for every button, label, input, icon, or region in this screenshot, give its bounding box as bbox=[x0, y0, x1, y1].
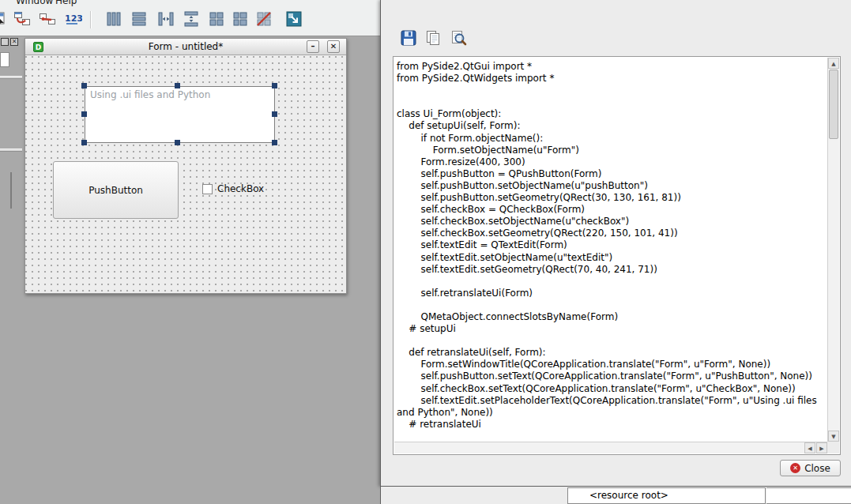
scroll-right-icon[interactable]: ▶ bbox=[816, 442, 827, 453]
code-line: self.pushButton = QPushButton(Form) bbox=[397, 168, 825, 180]
code-line: and Python", None)) bbox=[397, 407, 825, 419]
code-line: # setupUi bbox=[397, 323, 825, 335]
vertical-scrollbar-thumb[interactable] bbox=[829, 70, 838, 139]
close-dialog-icon: ✕ bbox=[790, 463, 800, 473]
widgetbox-filter-input[interactable] bbox=[0, 52, 9, 67]
scroll-left-icon[interactable]: ◀ bbox=[804, 442, 815, 453]
form-window-title: Form - untitled* bbox=[25, 41, 346, 52]
layout-vertical-icon[interactable] bbox=[130, 9, 149, 28]
edit-signals-slots-icon[interactable] bbox=[13, 9, 32, 28]
code-line: self.checkBox.setText(QCoreApplication.t… bbox=[397, 383, 825, 395]
checkbox-label: CheckBox bbox=[217, 183, 264, 194]
code-line: Form.setWindowTitle(QCoreApplication.tra… bbox=[397, 359, 825, 370]
resource-root-item[interactable]: <resource root> bbox=[567, 487, 766, 504]
selection-handle-bottom-left[interactable] bbox=[81, 140, 87, 145]
menu-help[interactable]: Help bbox=[55, 0, 77, 6]
resource-browser-strip: <resource root> bbox=[380, 487, 851, 504]
vertical-scrollbar[interactable]: ▲ ▼ bbox=[827, 58, 839, 442]
form-minimize-button[interactable]: – bbox=[307, 40, 319, 53]
code-line: self.pushButton.setGeometry(QRect(30, 13… bbox=[397, 192, 825, 204]
code-line bbox=[397, 96, 825, 108]
layout-splitter-horizontal-icon[interactable] bbox=[156, 9, 175, 28]
checkbox-indicator[interactable] bbox=[202, 184, 213, 194]
mdi-area: ✕ D Form - untitled* – ✕ Using .ui files… bbox=[0, 36, 380, 504]
selection-handle-top-center[interactable] bbox=[175, 83, 180, 88]
code-line: Form.setObjectName(u"Form") bbox=[397, 145, 825, 156]
code-line bbox=[397, 276, 825, 288]
code-line: self.textEdit.setObjectName(u"textEdit") bbox=[397, 252, 825, 264]
form-canvas[interactable]: Using .ui files and Python PushButton Ch… bbox=[25, 55, 346, 293]
menu-window[interactable]: Window bbox=[16, 0, 53, 6]
code-line: self.checkBox.setObjectName(u"checkBox") bbox=[397, 216, 825, 228]
widgetbox-separator bbox=[0, 149, 22, 152]
code-line: self.pushButton.setText(QCoreApplication… bbox=[397, 370, 825, 382]
qt-designer-app: Window Help 123 bbox=[0, 0, 851, 504]
code-line: def retranslateUi(self, Form): bbox=[397, 347, 825, 359]
adjust-size-icon[interactable] bbox=[284, 9, 303, 28]
edit-tab-order-icon[interactable]: 123 bbox=[63, 9, 82, 28]
layout-splitter-vertical-icon[interactable] bbox=[182, 9, 201, 28]
code-line: # retranslateUi bbox=[397, 419, 825, 431]
main-toolbar: Window Help 123 bbox=[0, 0, 380, 36]
code-line: if not Form.objectName(): bbox=[397, 133, 825, 145]
scroll-up-icon[interactable]: ▲ bbox=[828, 58, 839, 69]
code-line: self.textEdit.setGeometry(QRect(70, 40, … bbox=[397, 264, 825, 276]
code-line: from PySide2.QtWidgets import * bbox=[397, 73, 825, 85]
close-button[interactable]: ✕ Close bbox=[780, 460, 841, 476]
copy-icon[interactable] bbox=[424, 28, 442, 47]
selection-handle-top-right[interactable] bbox=[272, 83, 277, 88]
code-line: from PySide2.QtGui import * bbox=[397, 61, 825, 73]
toolbar-separator bbox=[90, 11, 92, 28]
code-line: QMetaObject.connectSlotsByName(Form) bbox=[397, 311, 825, 323]
code-line: self.checkBox = QCheckBox(Form) bbox=[397, 204, 825, 216]
layout-grid-icon[interactable] bbox=[207, 9, 226, 28]
edit-buddies-icon[interactable] bbox=[38, 9, 57, 28]
form-close-button[interactable]: ✕ bbox=[327, 40, 340, 53]
scrollbar-corner bbox=[827, 442, 839, 453]
dock-float-button[interactable] bbox=[1, 38, 9, 46]
horizontal-scrollbar[interactable]: ◀ ▶ bbox=[394, 442, 827, 453]
selection-handle-top-left[interactable] bbox=[81, 83, 87, 88]
save-icon[interactable] bbox=[399, 28, 418, 47]
resource-panel-cell bbox=[766, 487, 851, 504]
code-line bbox=[397, 85, 825, 96]
scroll-down-icon[interactable]: ▼ bbox=[828, 431, 839, 442]
code-line: self.checkBox.setGeometry(QRect(220, 150… bbox=[397, 228, 825, 239]
code-line: class Ui_Form(object): bbox=[397, 108, 825, 120]
code-line: self.textEdit.setPlaceholderText(QCoreAp… bbox=[397, 395, 825, 407]
selection-handle-mid-right[interactable] bbox=[272, 111, 277, 117]
menubar: Window Help bbox=[0, 0, 380, 7]
selection-handle-bottom-right[interactable] bbox=[272, 140, 277, 145]
code-line: self.retranslateUi(Form) bbox=[397, 288, 825, 299]
code-view[interactable]: from PySide2.QtGui import *from PySide2.… bbox=[393, 56, 841, 455]
widgetbox-scrollbar[interactable] bbox=[10, 172, 12, 209]
pushbutton-label: PushButton bbox=[88, 185, 143, 196]
layout-form-icon[interactable] bbox=[231, 9, 250, 28]
code-line: Form.resize(400, 300) bbox=[397, 156, 825, 168]
find-icon[interactable] bbox=[449, 28, 468, 47]
layout-horizontal-icon[interactable] bbox=[104, 9, 123, 28]
code-line: self.pushButton.setObjectName(u"pushButt… bbox=[397, 180, 825, 192]
code-line bbox=[397, 335, 825, 347]
designed-textedit[interactable]: Using .ui files and Python bbox=[85, 86, 275, 143]
selection-handle-mid-left[interactable] bbox=[81, 111, 87, 117]
code-line: self.textEdit = QTextEdit(Form) bbox=[397, 239, 825, 251]
svg-text:123: 123 bbox=[65, 13, 82, 24]
view-code-dialog: from PySide2.QtGui import *from PySide2.… bbox=[380, 0, 851, 487]
selection-handle-bottom-center[interactable] bbox=[175, 140, 180, 145]
designed-pushbutton[interactable]: PushButton bbox=[53, 161, 179, 219]
dock-close-button[interactable]: ✕ bbox=[10, 38, 18, 46]
designed-checkbox[interactable]: CheckBox bbox=[202, 183, 264, 194]
code-line bbox=[397, 299, 825, 311]
break-layout-icon[interactable] bbox=[254, 9, 273, 28]
code-lines: from PySide2.QtGui import *from PySide2.… bbox=[395, 58, 827, 441]
form-window-titlebar[interactable]: D Form - untitled* – ✕ bbox=[25, 39, 346, 55]
widgetbox-separator bbox=[0, 76, 22, 79]
edit-widgets-icon[interactable] bbox=[0, 9, 8, 28]
close-button-label: Close bbox=[804, 463, 830, 474]
code-line: def setupUi(self, Form): bbox=[397, 120, 825, 132]
form-designer-window: D Form - untitled* – ✕ Using .ui files a… bbox=[24, 38, 347, 294]
